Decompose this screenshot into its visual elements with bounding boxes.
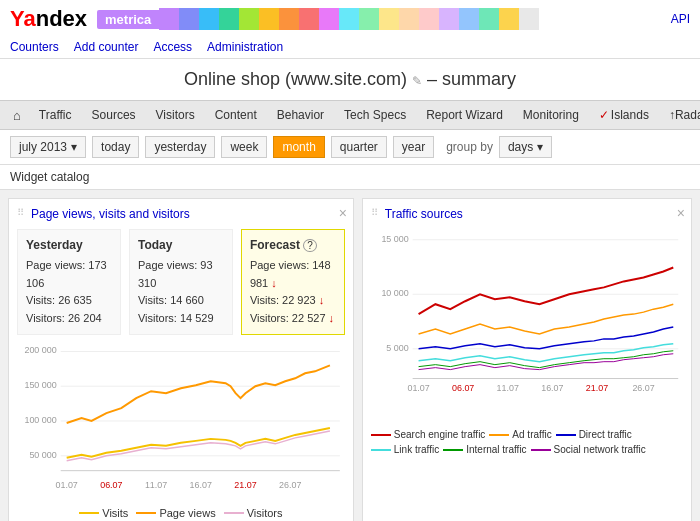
date-value: july 2013 [19, 140, 67, 154]
traffic-sources-title[interactable]: Traffic sources [385, 207, 683, 221]
nav-add-counter[interactable]: Add counter [74, 40, 139, 54]
svg-text:100 000: 100 000 [24, 415, 56, 425]
traffic-sources-legend: Search engine traffic Ad traffic Direct … [371, 429, 683, 455]
down-arrow-icon: ↓ [271, 277, 277, 289]
svg-text:11.07: 11.07 [145, 479, 167, 489]
search-label: Search engine traffic [394, 429, 486, 440]
down-arrow-visits-icon: ↓ [319, 294, 325, 306]
api-link[interactable]: API [671, 12, 690, 26]
btn-quarter[interactable]: quarter [331, 136, 387, 158]
svg-text:200 000: 200 000 [24, 345, 56, 355]
today-pageviews: Page views: 93 310 [138, 257, 224, 292]
nav-administration[interactable]: Administration [207, 40, 283, 54]
forecast-label: Forecast ? [250, 236, 336, 255]
nav-behavior[interactable]: Behavior [267, 101, 334, 129]
nav-tech-specs[interactable]: Tech Specs [334, 101, 416, 129]
legend-visits: Visits [79, 507, 128, 519]
close-traffic-icon[interactable]: × [677, 205, 685, 221]
edit-icon[interactable]: ✎ [412, 74, 422, 88]
header-top: Yandex metrica [10, 6, 690, 32]
date-dropdown-icon: ▾ [71, 140, 77, 154]
svg-text:16.07: 16.07 [541, 383, 563, 393]
nav-content[interactable]: Content [205, 101, 267, 129]
group-by-label: group by [446, 140, 493, 154]
svg-text:01.07: 01.07 [55, 479, 77, 489]
content: ⠿ Page views, visits and visitors × Yest… [0, 190, 700, 521]
nav-report-wizard[interactable]: Report Wizard [416, 101, 513, 129]
link-color [371, 449, 391, 451]
btn-year[interactable]: year [393, 136, 434, 158]
nav-visitors[interactable]: Visitors [146, 101, 205, 129]
legend-direct: Direct traffic [556, 429, 632, 440]
btn-month[interactable]: month [273, 136, 324, 158]
nav-radar[interactable]: ↑Radar [659, 101, 700, 129]
legend-ad: Ad traffic [489, 429, 551, 440]
drag-handle-icon: ⠿ [17, 207, 24, 218]
forecast-help-icon[interactable]: ? [303, 239, 317, 252]
date-selector[interactable]: july 2013 ▾ [10, 136, 86, 158]
page-views-widget: ⠿ Page views, visits and visitors × Yest… [8, 198, 354, 521]
nav-traffic[interactable]: Traffic [29, 101, 82, 129]
today-label: Today [138, 236, 224, 255]
visits-color [79, 512, 99, 514]
ad-color [489, 434, 509, 436]
page-subtitle: – summary [427, 69, 516, 89]
pageviews-color [136, 512, 156, 514]
page-views-title[interactable]: Page views, visits and visitors [31, 207, 345, 221]
svg-text:06.07: 06.07 [452, 383, 474, 393]
svg-text:150 000: 150 000 [24, 380, 56, 390]
nav-islands[interactable]: ✓ Islands [589, 101, 659, 129]
page-title: Online shop (www.site.com) [184, 69, 407, 89]
widget-catalog-label: Widget catalog [10, 170, 89, 184]
yesterday-visitors: Visitors: 26 204 [26, 310, 112, 328]
legend-pageviews: Page views [136, 507, 215, 519]
main-nav: ⌂ Traffic Sources Visitors Content Behav… [0, 100, 700, 130]
legend-visitors: Visitors [224, 507, 283, 519]
page-title-bar: Online shop (www.site.com) ✎ – summary [0, 59, 700, 100]
close-icon[interactable]: × [339, 205, 347, 221]
today-visitors: Visitors: 14 529 [138, 310, 224, 328]
btn-today[interactable]: today [92, 136, 139, 158]
yesterday-box: Yesterday Page views: 173 106 Visits: 26… [17, 229, 121, 335]
stats-row: Yesterday Page views: 173 106 Visits: 26… [17, 229, 345, 335]
right-chart-svg: 15 000 10 000 5 000 [371, 229, 683, 424]
legend-search: Search engine traffic [371, 429, 486, 440]
social-color [531, 449, 551, 451]
legend-link: Link traffic [371, 444, 439, 455]
left-chart-svg: 200 000 150 000 100 000 50 000 [17, 343, 345, 498]
forecast-visitors: Visitors: 22 527 ↓ [250, 310, 336, 328]
svg-text:5 000: 5 000 [386, 343, 408, 353]
svg-text:10 000: 10 000 [381, 288, 408, 298]
link-label: Link traffic [394, 444, 439, 455]
nav-access[interactable]: Access [153, 40, 192, 54]
visits-label: Visits [102, 507, 128, 519]
drag-handle-traffic-icon: ⠿ [371, 207, 378, 218]
today-visits: Visits: 14 660 [138, 292, 224, 310]
page-views-link[interactable]: Page views, visits and visitors [31, 207, 190, 221]
traffic-sources-chart: 15 000 10 000 5 000 [371, 229, 683, 455]
svg-text:16.07: 16.07 [190, 479, 212, 489]
direct-label: Direct traffic [579, 429, 632, 440]
ad-label: Ad traffic [512, 429, 551, 440]
svg-text:15 000: 15 000 [381, 234, 408, 244]
down-arrow-visitors-icon: ↓ [329, 312, 335, 324]
forecast-pageviews: Page views: 148 981 ↓ [250, 257, 336, 292]
days-select[interactable]: days ▾ [499, 136, 552, 158]
nav-counters[interactable]: Counters [10, 40, 59, 54]
btn-week[interactable]: week [221, 136, 267, 158]
btn-yesterday[interactable]: yesterday [145, 136, 215, 158]
traffic-sources-link[interactable]: Traffic sources [385, 207, 463, 221]
direct-color [556, 434, 576, 436]
svg-text:26.07: 26.07 [632, 383, 654, 393]
svg-text:21.07: 21.07 [586, 383, 608, 393]
internal-label: Internal traffic [466, 444, 526, 455]
yesterday-pageviews: Page views: 173 106 [26, 257, 112, 292]
yandex-logo: Yandex [10, 6, 87, 32]
metrica-bar: metrica [97, 8, 539, 30]
page-views-chart: 200 000 150 000 100 000 50 000 [17, 343, 345, 519]
home-button[interactable]: ⌂ [5, 102, 29, 129]
nav-sources[interactable]: Sources [82, 101, 146, 129]
nav-monitoring[interactable]: Monitoring [513, 101, 589, 129]
pageviews-label: Page views [159, 507, 215, 519]
legend-social: Social network traffic [531, 444, 646, 455]
